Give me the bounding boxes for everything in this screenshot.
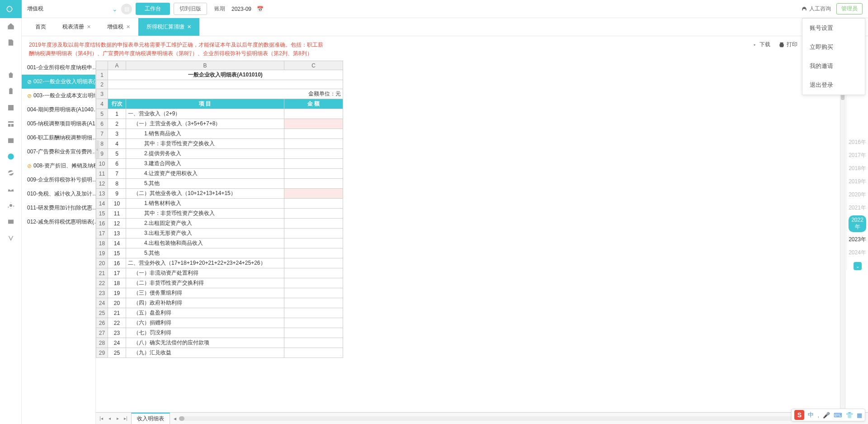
sheet-nav[interactable]: |◂ ◂ ▸ ▸| [96, 416, 131, 421]
nav-video-icon[interactable] [0, 214, 22, 230]
tree-item-7[interactable]: ⊘008-资产折旧、摊销及纳税… [22, 159, 95, 173]
nav-doc-icon[interactable] [0, 34, 22, 51]
dropdown-item-2[interactable]: 我的邀请 [802, 57, 865, 76]
year-2020年[interactable]: 2020年 [847, 188, 868, 201]
tree-item-label: 010-免税、减计收入及加计… [27, 190, 95, 198]
round-doc-icon[interactable]: ▤ [121, 4, 132, 14]
ime-skin-icon[interactable]: 👕 [846, 412, 853, 419]
nav-report-icon[interactable] [0, 100, 22, 116]
year-2017年[interactable]: 2017年 [847, 149, 868, 162]
ime-tools-icon[interactable]: ▦ [857, 412, 862, 419]
tree-item-11[interactable]: 012-减免所得税优惠明细表(… [22, 215, 95, 229]
page-tabs: 首页税表清册✕增值税✕所得税汇算清缴✕ [22, 18, 868, 36]
year-2021年[interactable]: 2021年 [847, 201, 868, 214]
dropdown-item-3[interactable]: 退出登录 [802, 76, 865, 95]
tree-item-label: 002-一般企业收入明细表(A1… [33, 78, 95, 86]
tab-label: 增值税 [107, 23, 123, 31]
sheet-nav-first-icon[interactable]: |◂ [98, 416, 105, 421]
nav-v-icon[interactable] [0, 230, 22, 246]
close-icon[interactable]: ✕ [187, 24, 191, 30]
tree-item-2[interactable]: ⊘003-一般企业成本支出明细… [22, 89, 95, 103]
period-label: 账期 [214, 5, 225, 13]
consult-button[interactable]: 人工咨询 [801, 5, 831, 13]
left-sidebar [0, 0, 22, 424]
nav-calendar-icon[interactable] [0, 132, 22, 148]
vertical-scrollbar[interactable] [840, 72, 845, 419]
headset-icon [801, 6, 807, 12]
tree-item-label: 004-期间费用明细表(A1040… [27, 106, 95, 114]
warn-icon: ⊘ [27, 163, 32, 169]
spreadsheet[interactable]: ABC1一般企业收入明细表(A101010)23金额单位：元4行次项 目金 额5… [96, 61, 868, 412]
tree-item-8[interactable]: 009-企业所得税弥补亏损明… [22, 173, 95, 187]
tree-item-0[interactable]: 001-企业所得税年度纳税申… [22, 61, 95, 75]
admin-button[interactable]: 管理员 [836, 3, 863, 14]
nav-chart-icon[interactable] [0, 51, 22, 67]
user-dropdown: 账号设置立即购买我的邀请退出登录 [802, 18, 865, 95]
tree-item-label: 008-资产折旧、摊销及纳税… [33, 162, 95, 170]
tree-item-label: 006-职工薪酬纳税调整明细… [27, 134, 95, 142]
close-icon[interactable]: ✕ [126, 24, 130, 30]
workspace-button[interactable]: 工作台 [136, 3, 170, 15]
tab-2[interactable]: 增值税✕ [99, 18, 138, 36]
tree-item-label: 001-企业所得税年度纳税申… [27, 64, 95, 71]
ime-keyboard-icon[interactable]: ⌨ [834, 412, 842, 419]
app-logo[interactable] [0, 0, 22, 18]
ime-logo-icon[interactable]: S [794, 410, 804, 420]
sheet-nav-last-icon[interactable]: ▸| [122, 416, 129, 421]
nav-template-icon[interactable] [0, 116, 22, 132]
horizontal-scrollbar[interactable]: ◂ ▸ [170, 415, 868, 422]
tree-item-5[interactable]: 006-职工薪酬纳税调整明细… [22, 131, 95, 145]
nav-settings-icon[interactable] [0, 197, 22, 214]
tax-type-selector[interactable]: 增值税 ⌄ [27, 5, 118, 13]
year-2022年[interactable]: 2022年 [849, 215, 866, 232]
warn-icon: ⊘ [27, 93, 32, 99]
nav-tax-icon[interactable] [0, 148, 22, 165]
tree-item-10[interactable]: 011-研发费用加计扣除优惠… [22, 201, 95, 215]
ime-toolbar[interactable]: S 中 , 🎤 ⌨ 👕 ▦ [791, 409, 865, 421]
year-2016年[interactable]: 2016年 [847, 136, 868, 149]
sheet-nav-prev-icon[interactable]: ◂ [106, 416, 113, 421]
switch-old-button[interactable]: 切到旧版 [174, 3, 207, 15]
tab-label: 税表清册 [62, 23, 84, 31]
calendar-icon[interactable]: 📅 [257, 6, 264, 12]
dropdown-item-1[interactable]: 立即购买 [802, 38, 865, 57]
warning-notice: 2019年度涉及取以前年度结转数据的申报表单元格需要手工维护正确，才能保证本年及… [29, 41, 327, 58]
year-2019年[interactable]: 2019年 [847, 175, 868, 188]
tree-item-label: 009-企业所得税弥补亏损明… [27, 176, 95, 184]
sheet-tab[interactable]: 收入明细表 [131, 413, 170, 424]
warn-icon: ⊘ [27, 79, 32, 85]
nav-bag-icon[interactable] [0, 67, 22, 83]
sheet-nav-next-icon[interactable]: ▸ [114, 416, 121, 421]
download-button[interactable]: 下载 [751, 41, 770, 48]
tree-item-9[interactable]: 010-免税、减计收入及加计… [22, 187, 95, 201]
nav-home-icon[interactable] [0, 18, 22, 34]
period-value: 2023-09 [231, 6, 251, 12]
tree-item-1[interactable]: ⊘002-一般企业收入明细表(A1… [22, 75, 95, 89]
tree-item-label: 003-一般企业成本支出明细… [33, 92, 95, 100]
tree-item-4[interactable]: 005-纳税调整项目明细表(A1… [22, 117, 95, 131]
form-tree: 001-企业所得税年度纳税申…⊘002-一般企业收入明细表(A1…⊘003-一般… [22, 61, 96, 424]
year-2023年[interactable]: 2023年 [847, 233, 868, 246]
year-expand-icon[interactable]: ⌄ [854, 262, 862, 270]
tree-item-3[interactable]: 004-期间费用明细表(A1040… [22, 103, 95, 117]
nav-inbox-icon[interactable] [0, 181, 22, 197]
tree-item-label: 012-减免所得税优惠明细表(… [27, 218, 95, 226]
tree-item-6[interactable]: 007-广告费和业务宣传费跨… [22, 145, 95, 159]
print-button[interactable]: 打印 [778, 41, 797, 48]
tab-0[interactable]: 首页 [27, 18, 54, 36]
nav-refresh-icon[interactable] [0, 165, 22, 181]
chevron-down-icon: ⌄ [112, 5, 118, 13]
close-icon[interactable]: ✕ [87, 24, 91, 30]
year-2024年[interactable]: 2024年 [847, 246, 868, 259]
tab-3[interactable]: 所得税汇算清缴✕ [138, 18, 199, 36]
dropdown-item-0[interactable]: 账号设置 [802, 19, 865, 38]
tab-label: 首页 [35, 23, 46, 31]
year-2018年[interactable]: 2018年 [847, 162, 868, 175]
ime-punct[interactable]: , [817, 412, 819, 419]
tab-1[interactable]: 税表清册✕ [54, 18, 99, 36]
tree-item-label: 007-广告费和业务宣传费跨… [27, 148, 95, 156]
collapse-handle[interactable]: ‹ [95, 140, 99, 158]
ime-mic-icon[interactable]: 🎤 [823, 412, 830, 419]
ime-lang[interactable]: 中 [808, 411, 814, 419]
nav-clipboard-icon[interactable] [0, 83, 22, 100]
